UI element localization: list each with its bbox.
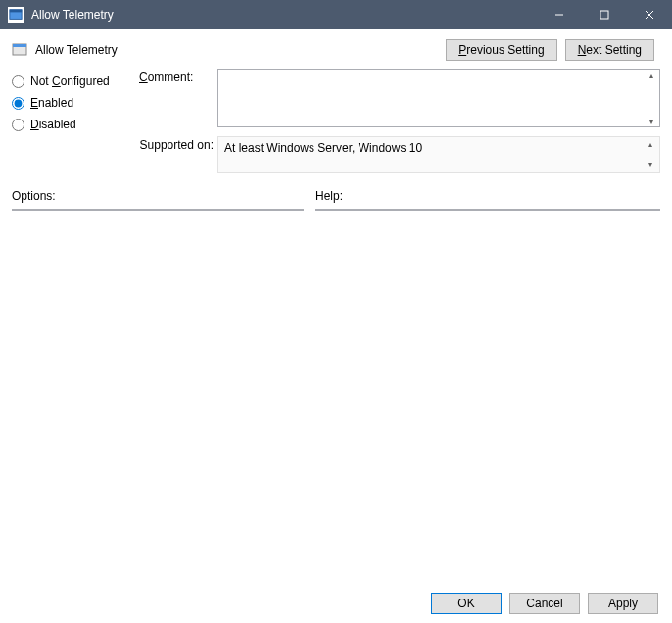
radio-enabled[interactable]: Enabled: [12, 96, 129, 110]
help-panel: setting values of 0 or 1 will degrade ce…: [315, 209, 660, 211]
help-text: setting values of 0 or 1 will degrade ce…: [316, 210, 643, 211]
header: Allow Telemetry Previous Setting Next Se…: [0, 29, 672, 63]
svg-rect-1: [10, 10, 22, 13]
next-setting-button[interactable]: Next Setting: [565, 39, 654, 61]
help-label: Help:: [315, 189, 660, 209]
title-bar: Allow Telemetry: [0, 0, 672, 29]
scroll-up-button[interactable]: [643, 210, 659, 211]
close-button[interactable]: [627, 0, 672, 29]
svg-rect-3: [600, 11, 608, 19]
ok-button[interactable]: OK: [431, 593, 502, 614]
radio-enabled-input[interactable]: [12, 97, 24, 110]
apply-button[interactable]: Apply: [588, 593, 658, 614]
radio-disabled-input[interactable]: [12, 119, 24, 131]
supported-scroll-carets: ▴▾: [646, 141, 655, 168]
comment-input[interactable]: [217, 69, 660, 127]
radio-not-configured[interactable]: Not Configured: [12, 74, 129, 88]
options-label: Options:: [12, 189, 304, 209]
footer: OK Cancel Apply: [0, 584, 672, 623]
maximize-button[interactable]: [582, 0, 627, 29]
radio-enabled-label: Enabled: [30, 96, 73, 110]
window-title: Allow Telemetry: [31, 8, 537, 22]
options-panel: 1 - Basic ▾ 0 - Security [Enterprise Onl…: [12, 209, 304, 211]
policy-icon: [12, 42, 27, 58]
svg-rect-7: [13, 44, 26, 47]
mid-area: Options: 1 - Basic ▾ 0 - Security [Enter…: [0, 183, 672, 211]
radio-not-configured-label: Not Configured: [30, 74, 110, 88]
supported-label: Supported on:: [139, 136, 217, 173]
supported-on-box: At least Windows Server, Windows 10 ▴▾: [217, 136, 660, 173]
radio-not-configured-input[interactable]: [12, 75, 24, 88]
radio-disabled[interactable]: Disabled: [12, 118, 129, 131]
top-form: Not Configured Enabled Disabled Comment:…: [0, 63, 672, 183]
cancel-button[interactable]: Cancel: [509, 593, 580, 614]
comment-label: Comment:: [139, 69, 217, 130]
minimize-button[interactable]: [537, 0, 582, 29]
supported-on-value: At least Windows Server, Windows 10: [224, 141, 422, 155]
policy-title: Allow Telemetry: [35, 43, 446, 57]
state-radios: Not Configured Enabled Disabled: [12, 69, 129, 179]
radio-disabled-label: Disabled: [30, 118, 76, 131]
previous-setting-button[interactable]: Previous Setting: [446, 39, 556, 61]
app-icon: [8, 7, 24, 23]
